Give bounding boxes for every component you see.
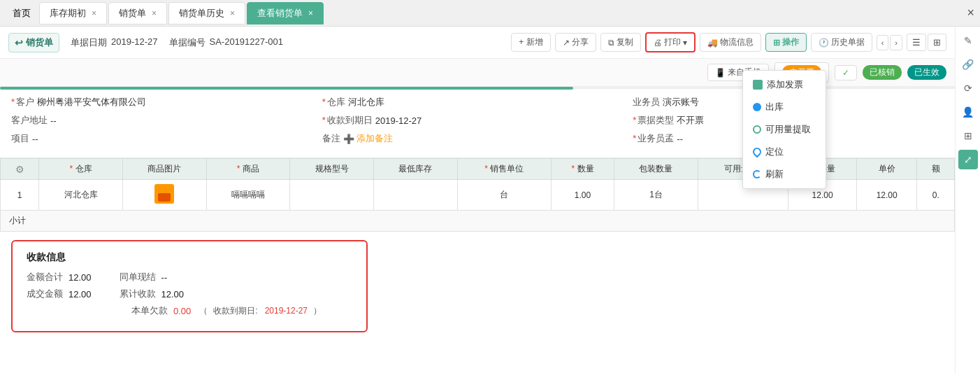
share-button[interactable]: ↗ 分享 — [555, 33, 596, 52]
grid-view-button[interactable]: ⊞ — [928, 34, 946, 51]
payment-row-1: 金额合计 12.00 同单现结 -- — [27, 271, 352, 283]
amount-label: 金额合计 — [27, 271, 63, 283]
add-note-button[interactable]: ➕ 添加备注 — [343, 132, 393, 145]
prev-arrow[interactable]: ‹ — [877, 35, 889, 50]
locate-icon — [751, 146, 763, 158]
window-close-button[interactable]: × — [967, 6, 974, 20]
col-model: 规格型号 — [290, 159, 374, 180]
list-view-button[interactable]: ☰ — [907, 34, 926, 51]
address-label: 客户地址 — [11, 114, 48, 127]
due-date-label: 收款到期日: — [213, 305, 257, 317]
settings-icon: ⚙ — [15, 164, 24, 175]
transaction-amount-item: 成交金额 12.00 — [27, 288, 92, 300]
history-button[interactable]: 🕐 历史单据 — [811, 33, 872, 52]
subtotal-label: 小计 — [9, 216, 26, 225]
nav-arrows: ‹ › — [877, 35, 902, 50]
col-warehouse: * 仓库 — [39, 159, 123, 180]
date-label: 单据日期 — [71, 36, 107, 49]
col-product-img: 商品图片 — [122, 159, 206, 180]
logistics-icon: 🚚 — [707, 38, 718, 48]
copy-button[interactable]: ⧉ 复制 — [600, 33, 641, 52]
row-unit: 台 — [457, 180, 551, 211]
warehouse-out-icon — [753, 103, 761, 111]
row-unit-price: 12.00 — [856, 180, 917, 211]
customer-field: 客户 柳州粤港平安气体有限公司 — [11, 96, 322, 108]
payment-info-box: 收款信息 金额合计 12.00 同单现结 -- 成交金额 12.00 累计收款 — [11, 240, 368, 332]
doc-header: ↩ 销货单 单据日期 2019-12-27 单据编号 SA-20191227-0… — [0, 27, 955, 59]
note-label: 备注 — [322, 132, 340, 145]
payment-row-2: 成交金额 12.00 累计收款 12.00 — [27, 288, 352, 300]
logistics-button[interactable]: 🚚 物流信息 — [700, 33, 761, 52]
balance-note: （ — [199, 305, 208, 317]
doc-type-badge: ↩ 销货单 — [8, 33, 59, 52]
sidebar-expand-icon[interactable]: ⤢ — [958, 150, 978, 169]
new-button[interactable]: + 新增 — [511, 33, 550, 52]
col-settings[interactable]: ⚙ — [1, 159, 39, 180]
close-inventory-init[interactable]: × — [92, 8, 96, 18]
tab-sales-history[interactable]: 销货单历史 × — [168, 2, 245, 24]
ticket-type-value: 不开票 — [677, 114, 704, 127]
close-sales-history[interactable]: × — [230, 8, 235, 18]
sidebar-user-icon[interactable]: 👤 — [958, 102, 978, 122]
row-pack-qty: 1台 — [614, 180, 698, 211]
balance-label: 本单欠款 — [131, 304, 168, 317]
row-quantity: 1.00 — [551, 180, 614, 211]
product-image — [154, 184, 174, 204]
print-icon: 🖨 — [654, 38, 662, 48]
close-view-sales[interactable]: × — [308, 8, 313, 18]
staff-label: 业务员 — [633, 96, 660, 108]
operations-button[interactable]: ⊞ 操作 — [765, 33, 807, 52]
available-qty-icon — [753, 125, 761, 134]
operations-icon: ⊞ — [773, 38, 780, 48]
sidebar-link-icon[interactable]: 🔗 — [958, 55, 978, 74]
staff-value: 演示账号 — [663, 96, 699, 108]
add-invoice-icon — [753, 80, 763, 90]
share-icon: ↗ — [563, 38, 570, 48]
close-sales-order[interactable]: × — [152, 8, 157, 18]
date-value: 2019-12-27 — [111, 36, 158, 49]
menu-item-add-invoice[interactable]: 添加发票 — [743, 73, 826, 96]
print-button[interactable]: 🖨 打印 ▾ — [645, 32, 696, 52]
col-amount: 额 — [917, 159, 955, 180]
tab-view-sales[interactable]: 查看销货单 × — [247, 2, 324, 24]
accumulated-value: 12.00 — [161, 289, 185, 300]
balance-note-close: ） — [313, 305, 322, 317]
col-unit: * 销售单位 — [457, 159, 551, 180]
payment-title: 收款信息 — [27, 251, 352, 264]
menu-item-locate[interactable]: 定位 — [743, 141, 826, 163]
view-toggle: ☰ ⊞ — [907, 34, 946, 51]
check-button[interactable]: ✓ — [835, 65, 857, 80]
print-button-wrapper: 🖨 打印 ▾ — [645, 32, 696, 52]
col-unit-price: 单价 — [856, 159, 917, 180]
sales-person-value: -- — [677, 134, 683, 144]
right-sidebar: ✎ 🔗 ⟳ 👤 ⊞ ⤢ — [955, 27, 980, 373]
tab-bar: 首页 库存期初 × 销货单 × 销货单历史 × 查看销货单 × × — [0, 0, 980, 27]
transaction-amount-value: 12.00 — [69, 289, 92, 300]
same-order-settle-label: 同单现结 — [120, 271, 156, 283]
menu-item-available-qty[interactable]: 可用量提取 — [743, 118, 826, 141]
project-field: 项目 -- — [11, 132, 322, 145]
sidebar-edit-icon[interactable]: ✎ — [958, 31, 978, 50]
tab-home[interactable]: 首页 — [6, 3, 38, 24]
address-field: 客户地址 -- — [11, 114, 322, 127]
effective-badge: 已生效 — [907, 65, 946, 80]
row-product: 嗝嗝嗝嗝 — [206, 180, 290, 211]
doc-type-label: 销货单 — [26, 36, 53, 49]
row-product-img — [122, 180, 206, 211]
row-num: 1 — [1, 180, 39, 211]
tab-inventory-init[interactable]: 库存期初 × — [39, 2, 107, 24]
refresh-icon — [753, 170, 761, 178]
balance-item: 本单欠款 0.00 （ 收款到期日: 2019-12-27 ） — [131, 304, 322, 317]
add-note-icon: ➕ — [343, 134, 354, 144]
amount-item: 金额合计 12.00 — [27, 271, 92, 283]
sidebar-sync-icon[interactable]: ⟳ — [958, 78, 978, 98]
row-warehouse: 河北仓库 — [39, 180, 123, 211]
menu-item-refresh[interactable]: 刷新 — [743, 163, 826, 185]
row-model — [290, 180, 374, 211]
tab-sales-order[interactable]: 销货单 × — [108, 2, 167, 24]
operations-dropdown: 添加发票 出库 可用量提取 定位 刷新 — [742, 70, 826, 189]
menu-item-warehouse-out[interactable]: 出库 — [743, 96, 826, 118]
sidebar-table-icon[interactable]: ⊞ — [958, 126, 978, 146]
due-date-label: 收款到期日 — [322, 114, 373, 127]
next-arrow[interactable]: › — [890, 35, 902, 50]
